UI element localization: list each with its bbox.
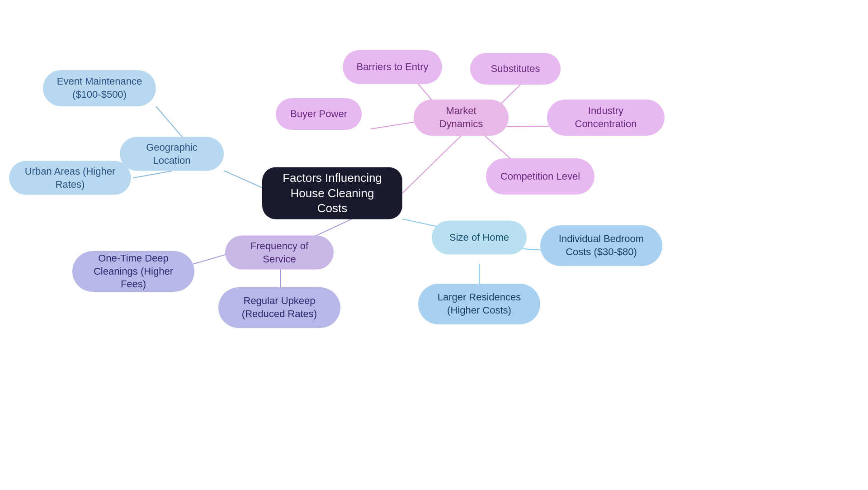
industry-concentration-node: Industry Concentration xyxy=(547,100,665,136)
urban-areas-node: Urban Areas (Higher Rates) xyxy=(9,161,131,195)
svg-line-6 xyxy=(402,136,461,193)
onetime-deep-cleanings-node: One-Time Deep Cleanings (Higher Fees) xyxy=(72,251,194,292)
competition-level-node: Competition Level xyxy=(486,158,594,195)
larger-residences-node: Larger Residences (Higher Costs) xyxy=(418,284,540,324)
center-node: Factors Influencing House Cleaning Costs xyxy=(262,167,402,219)
size-of-home-node: Size of Home xyxy=(432,221,527,255)
frequency-of-service-node: Frequency of Service xyxy=(225,236,334,270)
buyer-power-node: Buyer Power xyxy=(276,98,362,130)
market-dynamics-node: Market Dynamics xyxy=(414,100,509,136)
svg-line-2 xyxy=(133,171,172,178)
substitutes-node: Substitutes xyxy=(470,53,561,85)
event-maintenance-node: Event Maintenance ($100-$500) xyxy=(43,70,156,106)
bedroom-costs-node: Individual Bedroom Costs ($30-$80) xyxy=(540,225,662,266)
barriers-to-entry-node: Barriers to Entry xyxy=(343,50,442,84)
regular-upkeep-node: Regular Upkeep (Reduced Rates) xyxy=(218,287,340,328)
geographic-location-node: Geographic Location xyxy=(120,137,224,171)
